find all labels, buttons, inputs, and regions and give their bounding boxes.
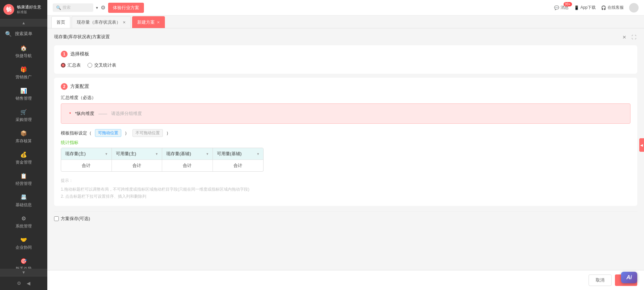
quick-nav-icon: 🏠 (20, 44, 27, 52)
sidebar-item-system[interactable]: ⚙ 系统管理 (0, 211, 47, 233)
sidebar-item-label: 库存核算 (16, 138, 32, 144)
ai-float-button[interactable]: Ai (621, 272, 637, 283)
sidebar-search-menu[interactable]: 🔍 搜索菜单 (0, 27, 47, 41)
page-title: 现存量(库存状况表)方案设置 (54, 34, 110, 40)
col-label-2: 现存量(基辅) (166, 151, 191, 157)
sidebar-item-sales[interactable]: 📊 销售管理 (0, 83, 47, 105)
tips-section: 提示： 1.拖动标题栏可以调整布局，不可跨维度或指标区域拖动栏目字段(只能在同一… (61, 177, 630, 200)
sidebar-item-label: 新手引导 (16, 266, 32, 269)
col-header-2[interactable]: 现存量(基辅) ▾ (162, 148, 213, 160)
tip-2-text: 2. 点击标题栏下拉可设置排序、插入列和删除列 (61, 193, 146, 200)
sidebar-scroll-up[interactable]: ▲ (0, 19, 47, 27)
sidebar-item-label: 资金管理 (16, 160, 32, 165)
chevron-down-icon-3: ▾ (257, 152, 259, 156)
dimension-box[interactable]: * *纵向维度 —— 请选择分组维度 (61, 103, 630, 124)
sidebar-item-management[interactable]: 📋 经营管理 (0, 169, 47, 190)
topbar-gear-button[interactable]: ⚙ (101, 4, 105, 11)
sidebar-logo: 畅 畅康通好生意 标准版 (0, 0, 47, 19)
topbar-right: 💬 消息 99+ 📱 App下载 🎧 在线客服 (554, 3, 639, 13)
radio-cross[interactable]: 交叉统计表 (88, 62, 116, 68)
tab-new-plan-label: 新建方案 (137, 19, 155, 25)
settings-btn[interactable]: ⚙ (16, 279, 23, 287)
sidebar-item-label: 基础信息 (16, 202, 32, 208)
system-icon: ⚙ (20, 215, 27, 222)
chevron-down-icon-0: ▾ (105, 152, 107, 156)
chevron-down-icon: ▾ (96, 5, 98, 10)
vertical-dim-label: *纵向维度 (75, 111, 94, 117)
topbar-dropdown[interactable]: ▾ (96, 5, 98, 10)
save-label: 方案保存(可选) (61, 216, 90, 222)
save-row: 方案保存(可选) (54, 211, 637, 222)
col-header-0[interactable]: 现存量(主) ▾ (61, 148, 112, 160)
tab-inventory-close[interactable]: ✕ (123, 20, 126, 25)
sidebar-item-basic-info[interactable]: 📇 基础信息 (0, 190, 47, 211)
col-label-0: 现存量(主) (65, 151, 86, 157)
tab-home-label: 首页 (56, 19, 65, 25)
col-label-1: 可用量(主) (116, 151, 137, 157)
sidebar-item-enterprise[interactable]: 🤝 企业协同 (0, 233, 47, 254)
save-checkbox[interactable] (54, 216, 59, 221)
indicator-close-paren: ） (166, 130, 171, 136)
sidebar-nav: 🏠 快捷导航 🎁 营销推广 📊 销售管理 🛒 采购管理 📦 库存核算 💰 资金管… (0, 41, 47, 269)
online-service-button[interactable]: 🎧 在线客服 (601, 5, 624, 10)
tips-header: 提示： (61, 177, 630, 185)
template-selection-card: 1 选择模板 汇总表 交叉统计表 (54, 45, 637, 74)
collapse-btn[interactable]: ◀ (25, 279, 32, 287)
cancel-button[interactable]: 取消 (589, 274, 612, 286)
right-edge-expand[interactable]: ◀ (639, 138, 644, 152)
col-label-3: 可用量(基辅) (217, 151, 242, 157)
col-cell-0: 合计 (61, 160, 112, 171)
radio-summary-input[interactable] (61, 63, 66, 68)
dimension-required-label: 汇总维度（必选） (61, 95, 630, 101)
sidebar-item-marketing[interactable]: 🎁 营销推广 (0, 62, 47, 83)
page-header: 现存量(库存状况表)方案设置 ✕ ⛶ (54, 34, 637, 40)
tip-1-text: 1.拖动标题栏可以调整布局，不可跨维度或指标区域拖动栏目字段(只能在同一维度或指… (61, 186, 249, 193)
tab-new-plan[interactable]: 新建方案 ✕ (132, 16, 165, 28)
logo-text: 畅康通好生意 标准版 (17, 4, 41, 15)
sidebar-item-label: 快捷导航 (16, 53, 32, 59)
app-download-button[interactable]: 📱 App下载 (574, 5, 596, 10)
header-actions: ✕ ⛶ (621, 34, 637, 41)
col-header-1[interactable]: 可用量(主) ▾ (112, 148, 163, 160)
sidebar-item-finance[interactable]: 💰 资金管理 (0, 147, 47, 169)
radio-cross-input[interactable] (88, 63, 92, 68)
logo-icon: 畅 (3, 4, 14, 15)
tab-home[interactable]: 首页 (51, 16, 70, 28)
sidebar-item-label: 系统管理 (16, 223, 32, 229)
close-button[interactable]: ✕ (621, 34, 628, 41)
search-text: 搜索 (63, 5, 71, 10)
message-button[interactable]: 💬 消息 99+ (554, 5, 569, 10)
indicator-label-text: 模板指标设定（ (61, 130, 92, 136)
col-header-3[interactable]: 可用量(基辅) ▾ (213, 148, 264, 160)
sidebar-item-quick-nav[interactable]: 🏠 快捷导航 (0, 41, 47, 62)
sidebar-item-label: 企业协同 (16, 245, 32, 250)
dim-line: —— (98, 111, 107, 116)
section2-title: 方案配置 (70, 83, 89, 90)
finance-icon: 💰 (20, 151, 27, 158)
sidebar-item-new-guide[interactable]: 🎯 新手引导 (0, 254, 47, 269)
template-radio-group: 汇总表 交叉统计表 (61, 62, 630, 68)
tab-new-plan-close[interactable]: ✕ (157, 20, 160, 25)
user-avatar[interactable] (629, 3, 639, 13)
col-cell-3: 合计 (213, 160, 264, 171)
col-cell-1: 合计 (112, 160, 163, 171)
tab-inventory[interactable]: 现存量（库存状况表） ✕ (72, 16, 131, 28)
sidebar-scroll-down[interactable]: ▼ (0, 269, 47, 276)
sidebar-item-inventory[interactable]: 📦 库存核算 (0, 126, 47, 147)
tip-1: 1.拖动标题栏可以调整布局，不可跨维度或指标区域拖动栏目字段(只能在同一维度或指… (61, 186, 630, 193)
indicator-label: 模板指标设定（ 可拖动位置 ） 不可拖动位置 ） (61, 129, 630, 137)
stats-table: 现存量(主) ▾ 可用量(主) ▾ 现存量(基辅) ▾ 可用量(基辅) (61, 148, 264, 172)
app-version: 标准版 (17, 10, 41, 15)
search-icon: 🔍 (56, 5, 61, 10)
radio-summary[interactable]: 汇总表 (61, 62, 81, 68)
sales-icon: 📊 (20, 87, 27, 94)
expand-button[interactable]: ⛶ (630, 34, 637, 41)
sidebar-item-purchase[interactable]: 🛒 采购管理 (0, 105, 47, 126)
sidebar-item-label: 营销推广 (16, 74, 32, 80)
app-download-label: App下载 (580, 5, 596, 10)
stats-table-header: 现存量(主) ▾ 可用量(主) ▾ 现存量(基辅) ▾ 可用量(基辅) (61, 148, 263, 160)
topbar-search-box[interactable]: 🔍 搜索 (53, 3, 93, 12)
search-icon: 🔍 (5, 30, 12, 38)
indicator-separator: ） (125, 130, 129, 136)
experience-button[interactable]: 体验行业方案 (108, 3, 144, 13)
